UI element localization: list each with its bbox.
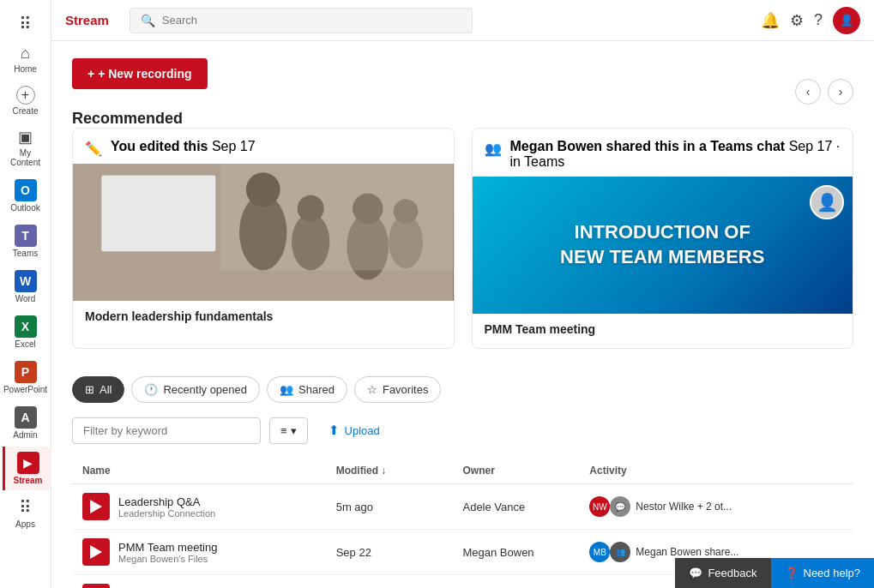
sort-button[interactable]: ≡ ▾ [269,417,308,444]
upload-icon: ⬆ [329,423,340,438]
sidebar-item-teams[interactable]: T Teams [3,219,48,263]
sidebar-item-excel[interactable]: X Excel [3,310,48,354]
table-header: Name Modified ↓ Owner Activity [72,458,853,484]
sort-down-icon: ↓ [381,465,386,477]
sidebar-item-word[interactable]: W Word [3,265,48,309]
cards-row: ✏️ You edited this Sep 17 [72,128,853,349]
card-thumbnail-2: INTRODUCTION OFNEW TEAM MEMBERS 👤 [473,177,853,314]
activity-avatar-2: MB [589,542,610,562]
stream-icon: ▶ [17,452,39,474]
search-bar[interactable]: 🔍 [130,8,473,33]
sidebar-item-my-content[interactable]: ▣ My Content [3,123,48,172]
tab-recently-opened[interactable]: 🕐 Recently opened [131,376,260,403]
col-owner: Owner [462,465,589,477]
filter-row: ≡ ▾ ⬆ Upload [72,417,853,444]
main-content: + + New recording Recommended ‹ › ✏️ You… [51,41,874,588]
recommended-section: Recommended ‹ › ✏️ You edited this Sep 1… [72,110,853,349]
help-circle-icon: ❓ [785,567,799,579]
card-title-2: PMM Team meeting [473,314,853,348]
apps-icon: ⠿ [19,497,32,518]
owner-1: Adele Vance [462,501,589,513]
card-meta: ✏️ You edited this Sep 17 [73,129,454,164]
card-thumb-text: INTRODUCTION OFNEW TEAM MEMBERS [550,210,775,279]
filter-input[interactable] [72,417,261,444]
my-content-icon: ▣ [18,128,33,147]
app-title: Stream [65,13,109,27]
feedback-button[interactable]: 💬 Feedback [675,558,770,588]
excel-icon: X [15,315,37,338]
card-thumbnail-1 [73,164,454,301]
sidebar: ⠿ ⌂ Home + Create ▣ My Content O Outlook… [0,0,51,588]
powerpoint-icon: P [15,361,37,383]
card-modern-leadership[interactable]: ✏️ You edited this Sep 17 [72,128,455,349]
svg-rect-1 [101,175,215,251]
tab-recently-opened-label: Recently opened [163,383,247,396]
sidebar-item-apps[interactable]: ⠿ Apps [3,492,48,534]
sidebar-item-admin[interactable]: A Admin [3,401,48,445]
create-icon: + [16,86,35,105]
sidebar-item-outlook[interactable]: O Outlook [3,174,48,218]
notifications-icon[interactable]: 🔔 [761,11,780,30]
sidebar-item-label: Excel [15,339,35,349]
sort-chevron-icon: ▾ [291,424,297,437]
card-meta-date: Sep 17 [212,139,256,153]
card-meta-text-2: Megan Bowen shared this in a Teams chat … [510,139,841,170]
feedback-icon: 💬 [689,567,702,579]
avatar[interactable]: 👤 [833,7,860,34]
tabs-row: ⊞ All 🕐 Recently opened 👥 Shared ☆ Favor… [72,376,853,403]
activity-avatar-1: NW [589,496,610,517]
activity-avatar-2b: 👥 [610,542,630,562]
plus-icon: + [87,67,94,81]
file-cell-1: Leadership Q&A Leadership Connection [82,493,336,520]
card-title-1: Modern leadership fundamentals [73,301,454,335]
grid-icon[interactable]: ⠿ [19,14,32,34]
file-cell-2: PMM Team meeting Megan Bowen's Files [82,538,336,566]
settings-icon[interactable]: ⚙ [790,11,804,30]
topbar: Stream 🔍 🔔 ⚙ ? 👤 [51,0,874,41]
file-name-2: PMM Team meeting [118,541,217,554]
search-input[interactable] [162,14,461,27]
home-icon: ⌂ [21,45,30,63]
sidebar-item-label: Home [14,64,37,74]
activity-text-1: Nestor Wilke + 2 ot... [636,501,732,513]
needhelp-label: Need help? [804,567,861,579]
tab-shared[interactable]: 👥 Shared [267,376,347,403]
activity-1: NW 💬 Nestor Wilke + 2 ot... [589,496,843,517]
tab-shared-label: Shared [298,383,335,396]
card-thumb-avatar: 👤 [810,185,844,219]
sidebar-item-label: Create [12,106,38,116]
sidebar-item-home[interactable]: ⌂ Home [3,39,48,79]
help-icon[interactable]: ? [814,11,823,29]
sidebar-item-label: Outlook [10,203,39,213]
svg-rect-10 [220,164,454,270]
new-recording-button[interactable]: + + New recording [72,58,208,89]
modified-1: 5m ago [336,501,463,513]
file-cell-3: Learn a new skill Bright [82,584,336,588]
upload-button[interactable]: ⬆ Upload [316,417,392,444]
outlook-icon: O [15,179,37,201]
next-button[interactable]: › [828,79,853,105]
sidebar-item-stream[interactable]: ▶ Stream [3,447,51,490]
tab-favorites[interactable]: ☆ Favorites [354,376,441,403]
table-row[interactable]: Leadership Q&A Leadership Connection 5m … [72,484,853,530]
teams-icon: T [15,225,37,247]
tab-all[interactable]: ⊞ All [72,376,124,403]
card-meta-2: 👥 Megan Bowen shared this in a Teams cha… [473,129,853,177]
card-pmm-team[interactable]: 👥 Megan Bowen shared this in a Teams cha… [472,128,854,349]
owner-2: Megan Bowen [462,546,589,559]
col-name: Name [82,465,336,477]
search-icon: 🔍 [141,14,155,27]
file-name-1: Leadership Q&A [118,495,215,508]
modified-2: Sep 22 [336,546,463,559]
sidebar-item-powerpoint[interactable]: P PowerPoint [3,356,48,399]
card-meta-label: You edited this [111,139,208,153]
needhelp-button[interactable]: ❓ Need help? [771,558,875,588]
filter-icon: ≡ [280,424,287,437]
feedback-label: Feedback [708,567,756,579]
sidebar-item-create[interactable]: + Create [3,81,48,121]
card-meta-text: You edited this Sep 17 [111,139,256,154]
new-recording-label: + New recording [98,67,191,81]
sidebar-item-label: PowerPoint [3,385,47,394]
prev-button[interactable]: ‹ [795,79,821,105]
tab-all-label: All [99,383,112,396]
